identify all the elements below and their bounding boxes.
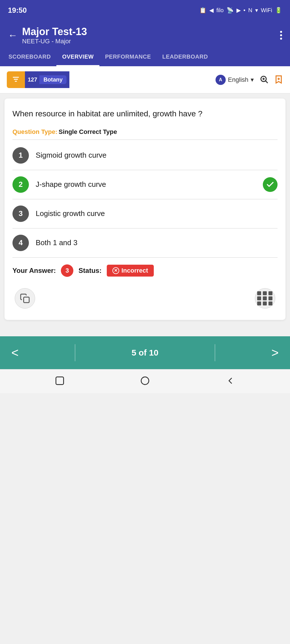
grid-dot xyxy=(268,296,272,300)
signal-icon: ▾ xyxy=(255,7,258,14)
status-time: 19:50 xyxy=(8,6,27,15)
status-value: Incorrect xyxy=(121,267,148,274)
question-number: 127 xyxy=(28,76,37,83)
filter-icon xyxy=(12,75,20,83)
svg-line-1 xyxy=(266,81,268,83)
svg-point-8 xyxy=(141,377,149,384)
lang-icon: A xyxy=(216,75,226,85)
tab-performance[interactable]: PERFORMANCE xyxy=(99,48,157,66)
page-info: 5 of 10 xyxy=(131,348,158,358)
option-text-4: Both 1 and 3 xyxy=(36,238,278,247)
bookmark-icon xyxy=(274,75,283,84)
wifi-icon: WiFi xyxy=(261,7,272,14)
grid-dot xyxy=(263,291,267,295)
language-selector[interactable]: A English ▾ xyxy=(216,75,254,85)
svg-rect-6 xyxy=(24,297,29,303)
nav-divider-left xyxy=(75,344,75,361)
nfc-icon: N xyxy=(248,7,252,14)
youtube-icon: ▶ xyxy=(236,7,241,14)
subject-badge: 127 Botany xyxy=(25,71,69,88)
option-num-2: 2 xyxy=(12,176,29,193)
grid-dot xyxy=(257,296,261,300)
location-icon: ◀ xyxy=(209,7,214,14)
grid-button[interactable] xyxy=(255,288,275,309)
question-type-value: Single Correct Type xyxy=(59,128,117,135)
lang-dropdown-icon: ▾ xyxy=(251,76,254,84)
next-button[interactable]: > xyxy=(271,346,279,359)
option-row-4[interactable]: 4 Both 1 and 3 xyxy=(12,228,278,258)
android-back-button[interactable] xyxy=(225,376,235,387)
question-type: Question Type: Single Correct Type xyxy=(12,128,278,136)
subject-name: Botany xyxy=(39,75,67,84)
header-title-block: Major Test-13 NEET-UG - Major xyxy=(22,25,87,45)
nav-tabs: SCOREBOARD OVERVIEW PERFORMANCE LEADERBO… xyxy=(0,48,290,66)
grid-icon xyxy=(257,291,273,305)
question-card: When resource in habitat are unlimited, … xyxy=(5,99,285,320)
android-square-button[interactable] xyxy=(55,376,65,387)
your-answer-num: 3 xyxy=(61,264,73,277)
toolbar-right: A English ▾ xyxy=(216,75,283,85)
wifi-wave-icon: 📡 xyxy=(227,7,234,14)
option-text-2: J-shape growth curve xyxy=(36,180,256,189)
tab-leaderboard[interactable]: LEADERBOARD xyxy=(157,48,214,66)
option-row-1[interactable]: 1 Sigmoid growth curve xyxy=(12,141,278,170)
status-bar: 19:50 📋 ◀ filo 📡 ▶ • N ▾ WiFi 🔋 xyxy=(0,0,290,20)
zoom-icon xyxy=(259,75,268,84)
dot-icon: • xyxy=(244,7,246,14)
option-text-1: Sigmoid growth curve xyxy=(36,151,278,160)
option-num-1: 1 xyxy=(12,147,29,164)
copy-button[interactable] xyxy=(15,288,35,309)
grid-dot xyxy=(268,291,272,295)
app-header: ← Major Test-13 NEET-UG - Major xyxy=(0,20,290,48)
grid-dot xyxy=(257,291,261,295)
square-nav-icon xyxy=(55,376,65,386)
grid-dot xyxy=(268,301,272,305)
grid-dot xyxy=(263,296,267,300)
menu-dot-1 xyxy=(280,31,282,33)
correct-checkmark xyxy=(263,177,278,192)
option-num-4: 4 xyxy=(12,235,29,251)
question-type-label: Question Type: xyxy=(12,128,57,135)
question-text: When resource in habitat are unlimited, … xyxy=(12,108,278,120)
status-icons: 📋 ◀ filo 📡 ▶ • N ▾ WiFi 🔋 xyxy=(199,7,282,14)
copy-icon xyxy=(20,293,30,303)
grid-dot xyxy=(257,301,261,305)
filter-button[interactable] xyxy=(7,71,25,88)
prev-button[interactable]: < xyxy=(11,346,19,359)
nav-divider-right xyxy=(215,344,215,361)
option-text-3: Logistic growth curve xyxy=(36,209,278,218)
header-left: ← Major Test-13 NEET-UG - Major xyxy=(8,25,87,45)
question-toolbar: 127 Botany A English ▾ xyxy=(0,66,290,93)
status-badge: ✕ Incorrect xyxy=(107,265,154,277)
tab-overview[interactable]: OVERVIEW xyxy=(56,48,99,66)
answer-status: Your Answer: 3 Status: ✕ Incorrect xyxy=(12,258,278,280)
option-num-3: 3 xyxy=(12,206,29,222)
notification-icon: 📋 xyxy=(199,7,206,14)
svg-rect-7 xyxy=(56,377,63,384)
page-subtitle: NEET-UG - Major xyxy=(22,38,87,45)
grid-dot xyxy=(263,301,267,305)
triangle-nav-icon xyxy=(225,376,235,386)
status-label: Status: xyxy=(78,267,101,275)
android-home-button[interactable] xyxy=(140,376,150,387)
card-actions xyxy=(12,280,278,311)
menu-dot-3 xyxy=(280,38,282,40)
toolbar-left: 127 Botany xyxy=(7,71,69,88)
page-title: Major Test-13 xyxy=(22,25,87,38)
x-circle-icon: ✕ xyxy=(112,267,119,274)
battery-icon: 🔋 xyxy=(275,7,282,14)
your-answer-label: Your Answer: xyxy=(12,267,56,275)
nav-footer: < 5 of 10 > xyxy=(0,336,290,369)
zoom-button[interactable] xyxy=(259,75,268,85)
option-row-2[interactable]: 2 J-shape growth curve xyxy=(12,170,278,199)
menu-dot-2 xyxy=(280,34,282,36)
circle-nav-icon xyxy=(140,376,150,386)
android-nav-bar xyxy=(0,369,290,393)
bookmark-button[interactable] xyxy=(274,75,283,85)
menu-button[interactable] xyxy=(280,31,282,40)
app-label: filo xyxy=(216,7,224,14)
tab-scoreboard[interactable]: SCOREBOARD xyxy=(3,48,56,66)
option-row-3[interactable]: 3 Logistic growth curve xyxy=(12,199,278,228)
divider-top xyxy=(12,140,278,140)
back-button[interactable]: ← xyxy=(8,30,18,41)
